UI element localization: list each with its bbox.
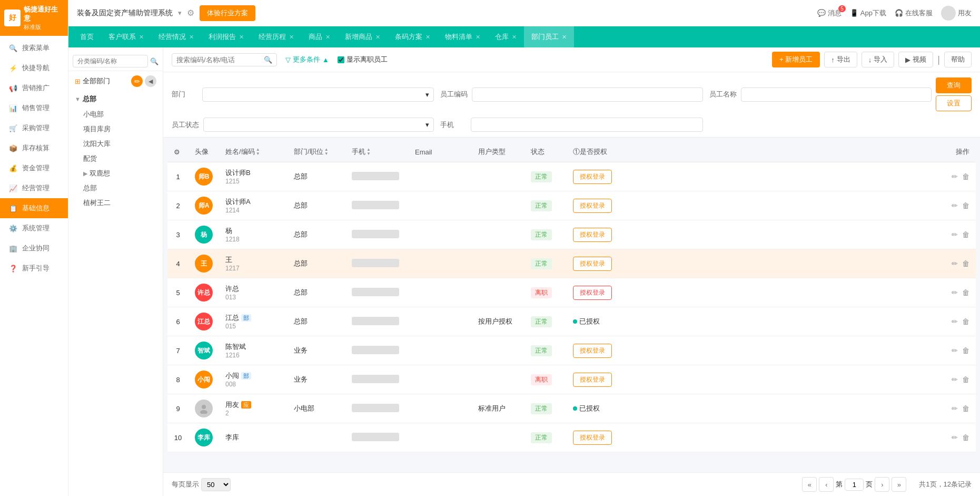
tab-goods[interactable]: 商品✕ [301, 26, 338, 47]
auth-login-btn[interactable]: 授权登录 [573, 286, 612, 300]
delete-icon[interactable]: 🗑 [962, 201, 969, 210]
delete-icon[interactable]: 🗑 [962, 346, 969, 355]
next-page-btn[interactable]: › [875, 477, 889, 492]
resigned-checkbox-input[interactable] [338, 56, 344, 63]
sidebar-item-guide[interactable]: ❓ 新手引导 [0, 258, 68, 278]
tab-journey[interactable]: 经营历程✕ [251, 26, 301, 47]
view-button[interactable]: ▶ 视频 [898, 52, 933, 67]
last-page-btn[interactable]: » [892, 477, 906, 492]
edit-icon[interactable]: ✏ [952, 288, 958, 297]
tab-add-goods-close[interactable]: ✕ [375, 34, 380, 41]
delete-icon[interactable]: 🗑 [962, 317, 969, 326]
dept-tree-item-zhishu[interactable]: 植树王二 [79, 196, 161, 210]
auth-login-btn[interactable]: 授权登录 [573, 199, 612, 213]
edit-icon[interactable]: ✏ [952, 346, 958, 355]
edit-icon[interactable]: ✏ [952, 230, 958, 239]
tab-home[interactable]: 首页 [73, 26, 101, 47]
dept-tree-item-zongbu[interactable]: 总部 [79, 181, 161, 196]
user-menu[interactable]: 用友 [941, 6, 972, 21]
dept-select[interactable]: ▾ [202, 87, 434, 102]
app-download-btn[interactable]: 📱 App下载 [850, 8, 886, 18]
sidebar-item-marketing[interactable]: 📢 营销推广 [0, 78, 68, 98]
dept-tree-item-shuanglu[interactable]: ▶ 双鹿想 [79, 166, 161, 181]
dept-tree-item-xiaodian[interactable]: 小电部 [79, 107, 161, 122]
sidebar-item-basic[interactable]: 📋 基础信息 [0, 198, 68, 218]
edit-icon[interactable]: ✏ [952, 433, 958, 442]
set-button[interactable]: 设置 [936, 95, 972, 111]
edit-icon[interactable]: ✏ [952, 172, 958, 181]
tab-bom[interactable]: 物料清单✕ [438, 26, 488, 47]
tab-journey-close[interactable]: ✕ [289, 34, 294, 41]
per-page-select[interactable]: 50 20 100 [201, 478, 231, 491]
delete-icon[interactable]: 🗑 [962, 375, 969, 384]
export-button[interactable]: ↑ 导出 [824, 52, 857, 67]
message-btn[interactable]: 💬 消息 5 [817, 8, 842, 18]
delete-icon[interactable]: 🗑 [962, 230, 969, 239]
phone-input[interactable] [471, 118, 702, 132]
delete-icon[interactable]: 🗑 [962, 288, 969, 297]
system-dropdown-icon[interactable]: ▾ [178, 9, 182, 17]
edit-icon[interactable]: ✏ [952, 375, 958, 384]
sidebar-item-search[interactable]: 🔍 搜索菜单 [0, 38, 68, 58]
dept-tree-item-head[interactable]: ▼ 总部 [71, 91, 161, 107]
emp-code-input[interactable] [472, 87, 702, 102]
online-service-btn[interactable]: 🎧 在线客服 [895, 8, 933, 18]
first-page-btn[interactable]: « [802, 477, 817, 492]
edit-icon[interactable]: ✏ [952, 317, 958, 326]
sidebar-item-corp[interactable]: 🏢 企业协同 [0, 238, 68, 258]
tab-profit[interactable]: 利润报告✕ [201, 26, 251, 47]
search-icon[interactable]: 🔍 [264, 56, 272, 64]
tab-goods-close[interactable]: ✕ [325, 34, 330, 41]
delete-icon[interactable]: 🗑 [962, 172, 969, 181]
dept-tree-item-shenyang[interactable]: 沈阳大库 [79, 137, 161, 151]
edit-icon[interactable]: ✏ [952, 404, 958, 413]
edit-icon[interactable]: ✏ [952, 201, 958, 210]
status-select[interactable]: ▾ [203, 118, 434, 132]
tab-warehouse-close[interactable]: ✕ [512, 34, 517, 41]
prev-page-btn[interactable]: ‹ [819, 477, 834, 492]
auth-login-btn[interactable]: 授权登录 [573, 257, 612, 271]
help-button[interactable]: 帮助 [944, 52, 972, 67]
tab-barcode[interactable]: 条码方案✕ [388, 26, 438, 47]
tab-add-goods[interactable]: 新增商品✕ [338, 26, 388, 47]
delete-icon[interactable]: 🗑 [962, 259, 969, 268]
auth-login-btn[interactable]: 授权登录 [573, 170, 612, 184]
page-number-input[interactable] [845, 479, 864, 491]
dept-collapse-icon[interactable]: ◀ [145, 75, 156, 87]
edit-icon[interactable]: ✏ [952, 259, 958, 268]
search-button[interactable]: 查询 [936, 77, 972, 93]
delete-icon[interactable]: 🗑 [962, 404, 969, 413]
tab-customer[interactable]: 客户联系✕ [101, 26, 151, 47]
tab-profit-close[interactable]: ✕ [239, 34, 244, 41]
column-settings-icon[interactable]: ⚙ [174, 148, 180, 156]
sidebar-item-sales[interactable]: 📊 销售管理 [0, 98, 68, 118]
auth-login-btn[interactable]: 授权登录 [573, 228, 612, 242]
sidebar-item-quick[interactable]: ⚡ 快捷导航 [0, 58, 68, 78]
tab-barcode-close[interactable]: ✕ [425, 34, 430, 41]
tab-operations-close[interactable]: ✕ [189, 34, 194, 41]
sidebar-item-operations[interactable]: 📈 经营管理 [0, 178, 68, 198]
dept-search-icon[interactable]: 🔍 [150, 57, 159, 65]
sidebar-item-purchase[interactable]: 🛒 采购管理 [0, 118, 68, 138]
auth-login-btn[interactable]: 授权登录 [573, 431, 612, 445]
dept-tree-item-peihu[interactable]: 配货 [79, 151, 161, 166]
tab-employees[interactable]: 部门员工✕ [524, 26, 574, 47]
dept-tree-item-project[interactable]: 项目库房 [79, 122, 161, 137]
auth-login-btn[interactable]: 授权登录 [573, 344, 612, 358]
tab-operations[interactable]: 经营情况✕ [151, 26, 201, 47]
more-conditions-btn[interactable]: ▽ 更多条件 ▲ [285, 55, 329, 64]
dept-edit-icon[interactable]: ✏ [131, 75, 143, 87]
sidebar-item-inventory[interactable]: 📦 库存核算 [0, 138, 68, 158]
sidebar-item-finance[interactable]: 💰 资金管理 [0, 158, 68, 178]
tab-warehouse[interactable]: 仓库✕ [488, 26, 524, 47]
settings-icon[interactable]: ⚙ [187, 8, 194, 18]
auth-login-btn[interactable]: 授权登录 [573, 373, 612, 387]
emp-name-input[interactable] [741, 87, 932, 102]
import-button[interactable]: ↓ 导入 [862, 52, 895, 67]
search-input[interactable] [176, 56, 261, 64]
tab-employees-close[interactable]: ✕ [562, 34, 567, 41]
dept-search-input[interactable] [73, 55, 148, 67]
tab-customer-close[interactable]: ✕ [139, 34, 144, 41]
trial-button[interactable]: 体验行业方案 [200, 5, 255, 21]
add-employee-button[interactable]: + 新增员工 [772, 52, 820, 67]
